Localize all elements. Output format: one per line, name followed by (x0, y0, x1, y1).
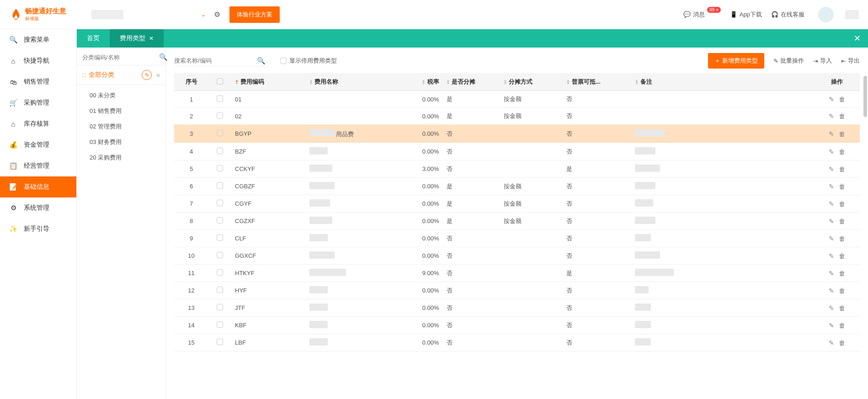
settings-gear-icon[interactable]: ⚙ (214, 10, 220, 19)
row-checkbox[interactable] (217, 165, 223, 171)
tree-edit-button[interactable]: ✎ (142, 70, 152, 80)
table-row[interactable]: 1 01 0.00% 是 按金额 否 ✎🗑 (174, 91, 860, 108)
edit-icon[interactable]: ✎ (829, 112, 834, 120)
delete-icon[interactable]: 🗑 (839, 130, 845, 138)
export-link[interactable]: ⇤ 导出 (841, 57, 860, 65)
sidebar-item-资金管理[interactable]: 💰资金管理 (0, 134, 76, 155)
table-row[interactable]: 10 GGXCF 0.00% 否 否 ✎🗑 (174, 247, 860, 265)
edit-icon[interactable]: ✎ (829, 218, 834, 225)
table-row[interactable]: 9 CLF 0.00% 否 否 ✎🗑 (174, 230, 860, 247)
delete-icon[interactable]: 🗑 (839, 339, 845, 346)
sidebar-item-新手引导[interactable]: ✨新手引导 (0, 218, 76, 239)
table-row[interactable]: 5 CCKYF 3.00% 否 是 ✎🗑 (174, 160, 860, 178)
table-row[interactable]: 8 CGZXF 0.00% 是 按金额 否 ✎🗑 (174, 213, 860, 230)
table-row[interactable]: 15 LBF 0.00% 否 否 ✎🗑 (174, 334, 860, 351)
table-row[interactable]: 7 CGYF 0.00% 是 按金额 否 ✎🗑 (174, 195, 860, 213)
sidebar-item-搜索菜单[interactable]: 🔍搜索菜单 (0, 29, 76, 50)
import-link[interactable]: ⇥ 导入 (813, 57, 832, 65)
delete-icon[interactable]: 🗑 (839, 200, 845, 207)
avatar-more[interactable] (845, 10, 859, 19)
sidebar-item-销售管理[interactable]: 🛍销售管理 (0, 71, 76, 92)
table-row[interactable]: 12 HYF 0.00% 否 否 ✎🗑 (174, 282, 860, 299)
edit-icon[interactable]: ✎ (829, 287, 834, 294)
row-checkbox[interactable] (217, 269, 223, 276)
delete-icon[interactable]: 🗑 (839, 165, 845, 173)
tree-root-label[interactable]: 全部分类 (89, 71, 142, 79)
search-icon[interactable]: 🔍 (257, 57, 266, 65)
th-checkbox[interactable] (208, 73, 231, 91)
edit-icon[interactable]: ✎ (829, 322, 834, 329)
edit-icon[interactable]: ✎ (829, 165, 834, 173)
table-row[interactable]: 11 HTKYF 9.00% 否 是 ✎🗑 (174, 265, 860, 282)
delete-icon[interactable]: 🗑 (839, 270, 845, 277)
add-expense-type-button[interactable]: ＋ 新增费用类型 (708, 53, 764, 69)
th-name[interactable]: ▲▼费用名称 (306, 73, 397, 91)
tree-item[interactable]: 00 未分类 (77, 88, 165, 103)
edit-icon[interactable]: ✎ (829, 130, 834, 138)
sidebar-item-快捷导航[interactable]: ⌂快捷导航 (0, 50, 76, 71)
tenant-selector[interactable]: ⌄ (91, 10, 206, 19)
edit-icon[interactable]: ✎ (829, 200, 834, 207)
row-checkbox[interactable] (217, 339, 223, 345)
online-service-link[interactable]: 🎧 在线客服 (771, 11, 804, 19)
row-checkbox[interactable] (217, 96, 223, 102)
edit-icon[interactable]: ✎ (829, 270, 834, 277)
category-search-input[interactable] (82, 54, 159, 61)
delete-icon[interactable]: 🗑 (839, 96, 845, 103)
row-checkbox[interactable] (217, 112, 223, 119)
tree-collapse-icon[interactable]: « (156, 71, 160, 79)
tab-首页[interactable]: 首页 (77, 29, 110, 48)
tree-item[interactable]: 02 管理费用 (77, 119, 165, 134)
edit-icon[interactable]: ✎ (829, 235, 834, 242)
tabs-close-all-icon[interactable]: ✕ (847, 33, 868, 43)
edit-icon[interactable]: ✎ (829, 339, 834, 346)
row-checkbox[interactable] (217, 130, 223, 136)
delete-icon[interactable]: 🗑 (839, 322, 845, 329)
row-checkbox[interactable] (217, 182, 223, 189)
th-alloc[interactable]: ▲▼是否分摊 (443, 73, 500, 91)
th-code[interactable]: ▲▼费用编码 (231, 73, 306, 91)
tab-close-icon[interactable]: ✕ (149, 35, 154, 42)
batch-ops-link[interactable]: ✎ 批量操作 (773, 57, 804, 65)
th-method[interactable]: ▲▼分摊方式 (500, 73, 563, 91)
tree-item[interactable]: 01 销售费用 (77, 103, 165, 119)
table-row[interactable]: 4 BZF 0.00% 否 否 ✎🗑 (174, 143, 860, 160)
edit-icon[interactable]: ✎ (829, 252, 834, 260)
app-download-link[interactable]: 📱 App下载 (730, 11, 762, 19)
tree-item[interactable]: 03 财务费用 (77, 134, 165, 150)
delete-icon[interactable]: 🗑 (839, 235, 845, 242)
sidebar-item-基础信息[interactable]: 📝基础信息 (0, 176, 76, 197)
table-row[interactable]: 13 JTF 0.00% 否 否 ✎🗑 (174, 299, 860, 317)
th-remark[interactable]: ▲▼备注 (631, 73, 814, 91)
delete-icon[interactable]: 🗑 (839, 287, 845, 294)
row-checkbox[interactable] (217, 287, 223, 293)
delete-icon[interactable]: 🗑 (839, 304, 845, 312)
avatar[interactable] (818, 7, 834, 22)
table-row[interactable]: 3 BGYP 用品费 0.00% 否 否 ✎🗑 (174, 125, 860, 143)
row-checkbox[interactable] (217, 148, 223, 154)
tree-item[interactable]: 20 采购费用 (77, 150, 165, 165)
row-checkbox[interactable] (217, 252, 223, 258)
table-row[interactable]: 2 02 0.00% 是 按金额 否 ✎🗑 (174, 108, 860, 125)
show-disabled-checkbox[interactable]: 显示停用费用类型 (280, 57, 337, 65)
delete-icon[interactable]: 🗑 (839, 218, 845, 225)
table-row[interactable]: 6 CGBZF 0.00% 是 按金额 否 ✎🗑 (174, 178, 860, 195)
edit-icon[interactable]: ✎ (829, 148, 834, 155)
row-checkbox[interactable] (217, 234, 223, 241)
row-checkbox[interactable] (217, 304, 223, 310)
sidebar-item-经营管理[interactable]: 📋经营管理 (0, 155, 76, 176)
message-link[interactable]: 💬 消息 99 + (683, 11, 721, 19)
row-checkbox[interactable] (217, 200, 223, 206)
delete-icon[interactable]: 🗑 (839, 148, 845, 155)
sidebar-item-系统管理[interactable]: ⚙系统管理 (0, 197, 76, 218)
th-seq[interactable]: 序号 (174, 73, 208, 91)
row-checkbox[interactable] (217, 217, 223, 223)
row-checkbox[interactable] (217, 321, 223, 328)
sidebar-item-库存核算[interactable]: ⌂库存核算 (0, 113, 76, 134)
sidebar-item-采购管理[interactable]: 🛒采购管理 (0, 92, 76, 113)
experience-button[interactable]: 体验行业方案 (229, 6, 280, 23)
delete-icon[interactable]: 🗑 (839, 252, 845, 260)
edit-icon[interactable]: ✎ (829, 183, 834, 190)
table-row[interactable]: 14 KBF 0.00% 否 否 ✎🗑 (174, 317, 860, 334)
scrollbar-thumb[interactable] (863, 76, 867, 117)
